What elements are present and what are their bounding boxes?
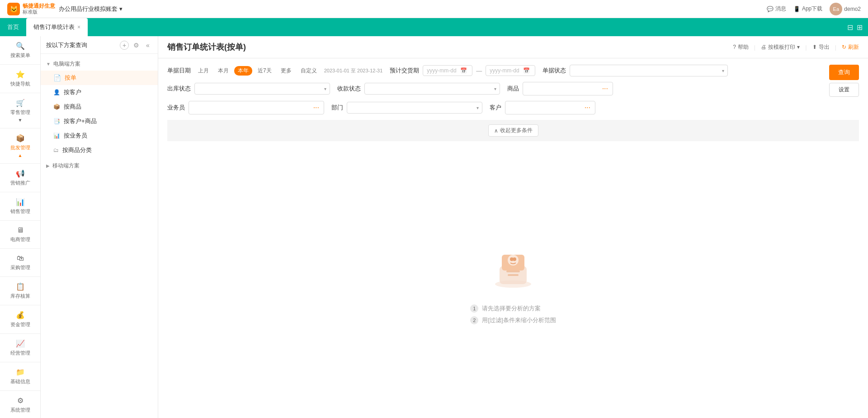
salesperson-label: 业务员 bbox=[167, 104, 185, 112]
collapse-area: ∧ 收起更多条件 bbox=[167, 120, 859, 141]
chevron-down-icon: ▾ bbox=[119, 5, 123, 12]
logo-icon: 🐱 bbox=[7, 3, 20, 15]
dept-label: 部门 bbox=[331, 104, 343, 112]
search-icon: 🔍 bbox=[16, 42, 25, 50]
customer-product-icon: 📑 bbox=[53, 118, 60, 124]
out-status-select-wrapper: ▾ bbox=[194, 83, 330, 95]
main-layout: 🔍 搜索菜单 ⭐ 快捷导航 🛒 零售管理 ▼ 📦 批发管理 ▲ 📢 营销推广 📊… bbox=[0, 36, 868, 418]
sidebar-item-basic[interactable]: 📁 基础信息 bbox=[0, 362, 40, 391]
sidebar-item-marketing[interactable]: 📢 营销推广 bbox=[0, 164, 40, 192]
scheme-section-desktop-header[interactable]: ▼ 电脑端方案 bbox=[41, 57, 158, 71]
minimize-icon[interactable]: ⊟ bbox=[847, 23, 853, 32]
page-title: 销售订单统计表(按单) bbox=[167, 42, 246, 58]
collapse-button[interactable]: ∧ 收起更多条件 bbox=[488, 124, 538, 137]
wholesale-icon: 📦 bbox=[16, 134, 25, 142]
order-icon: 📄 bbox=[53, 74, 61, 81]
scheme-item-by-customer-product[interactable]: 📑 按客户+商品 bbox=[41, 114, 158, 128]
scheme-section-mobile-header[interactable]: ▶ 移动端方案 bbox=[41, 159, 158, 172]
scheme-item-by-product[interactable]: 📦 按商品 bbox=[41, 100, 158, 114]
scheme-item-by-product-category[interactable]: 🗂 按商品分类 bbox=[41, 143, 158, 157]
predicted-date-start[interactable]: yyyy-mm-dd 📅 bbox=[423, 65, 472, 76]
top-bar-right: 💬 消息 📱 App下载 Ea demo2 bbox=[767, 3, 861, 15]
filter-item-date: 单据日期 上月 本月 本年 近7天 更多 自定义 2023-01-01 至 20… bbox=[167, 66, 382, 76]
marketing-icon: 📢 bbox=[16, 169, 25, 178]
sidebar: 🔍 搜索菜单 ⭐ 快捷导航 🛒 零售管理 ▼ 📦 批发管理 ▲ 📢 营销推广 📊… bbox=[0, 36, 41, 418]
chevron-down-icon: ▼ bbox=[46, 62, 51, 66]
filter-item-dept: 部门 ▾ bbox=[331, 102, 482, 114]
scheme-header-actions: + ⚙ « bbox=[120, 41, 152, 50]
salesperson-input[interactable]: ··· bbox=[189, 101, 324, 114]
sidebar-item-finance[interactable]: 💰 资金管理 bbox=[0, 305, 40, 334]
bill-status-select[interactable] bbox=[570, 65, 728, 76]
message-button[interactable]: 💬 消息 bbox=[767, 5, 786, 13]
predicted-date-end[interactable]: yyyy-mm-dd 📅 bbox=[486, 65, 535, 76]
chevron-up-icon: ▲ bbox=[18, 153, 23, 158]
date-btn-this-month[interactable]: 本月 bbox=[214, 66, 232, 76]
sidebar-item-ecommerce[interactable]: 🖥 电商管理 bbox=[0, 221, 40, 249]
payment-status-select[interactable] bbox=[364, 83, 500, 95]
filter-item-goods: 商品 ··· bbox=[507, 82, 613, 95]
dept-select[interactable] bbox=[347, 102, 482, 114]
out-status-select[interactable] bbox=[194, 83, 330, 95]
calendar-icon: 📅 bbox=[460, 67, 467, 74]
date-btn-this-year[interactable]: 本年 bbox=[234, 66, 252, 76]
scheme-section-mobile: ▶ 移动端方案 bbox=[41, 159, 158, 172]
sidebar-item-purchase[interactable]: 🛍 采购管理 bbox=[0, 249, 40, 277]
tab-close-icon[interactable]: × bbox=[77, 24, 80, 30]
svg-point-5 bbox=[513, 257, 516, 261]
scheme-item-by-order[interactable]: 📄 按单 bbox=[41, 71, 158, 85]
collapse-scheme-button[interactable]: « bbox=[143, 41, 152, 50]
nav-tabs: 首页 销售订单统计表 × ⊟ ⊞ bbox=[0, 18, 868, 36]
settings-button[interactable]: 设置 bbox=[829, 83, 859, 97]
empty-tip-1: 1 请先选择要分析的方案 bbox=[470, 304, 556, 313]
sidebar-item-retail[interactable]: 🛒 零售管理 ▼ bbox=[0, 93, 40, 128]
customer-label: 客户 bbox=[490, 104, 501, 112]
sidebar-item-operation[interactable]: 📈 经营管理 bbox=[0, 334, 40, 362]
filter-item-predicted-date: 预计交货期 yyyy-mm-dd 📅 — yyyy-mm-dd 📅 bbox=[390, 65, 535, 76]
bill-status-select-wrapper: ▾ bbox=[570, 65, 728, 76]
date-btn-custom[interactable]: 自定义 bbox=[297, 66, 321, 76]
add-scheme-button[interactable]: + bbox=[120, 41, 129, 50]
scheme-item-by-salesperson[interactable]: 📊 按业务员 bbox=[41, 128, 158, 143]
query-button[interactable]: 查询 bbox=[829, 65, 859, 80]
filter-item-out-status: 出库状态 ▾ bbox=[167, 83, 330, 95]
sidebar-item-search-menu[interactable]: 🔍 搜索菜单 bbox=[0, 36, 40, 65]
sidebar-item-sales[interactable]: 📊 销售管理 bbox=[0, 192, 40, 221]
maximize-icon[interactable]: ⊞ bbox=[857, 23, 863, 32]
scheme-panel: 按以下方案查询 + ⚙ « ▼ 电脑端方案 📄 按单 👤 按 bbox=[41, 36, 158, 418]
sidebar-item-inventory[interactable]: 📋 库存核算 bbox=[0, 277, 40, 305]
customer-input[interactable]: ··· bbox=[505, 101, 595, 114]
export-button[interactable]: ⬆ 导出 bbox=[812, 43, 830, 51]
svg-rect-6 bbox=[506, 271, 520, 272]
settings-scheme-button[interactable]: ⚙ bbox=[132, 41, 141, 50]
refresh-button[interactable]: ↻ 刷新 bbox=[842, 43, 859, 51]
purchase-icon: 🛍 bbox=[17, 254, 24, 262]
date-btn-7days[interactable]: 近7天 bbox=[254, 66, 275, 76]
star-icon: ⭐ bbox=[16, 70, 25, 79]
ecommerce-icon: 🖥 bbox=[17, 226, 24, 234]
goods-input[interactable]: ··· bbox=[523, 82, 613, 95]
tab-sales-order-stats[interactable]: 销售订单统计表 × bbox=[26, 18, 88, 36]
user-area[interactable]: Ea demo2 bbox=[830, 3, 861, 15]
filter-item-salesperson: 业务员 ··· bbox=[167, 101, 324, 114]
app-download-button[interactable]: 📱 App下载 bbox=[793, 5, 822, 13]
nav-tab-extra: ⊟ ⊞ bbox=[847, 23, 868, 32]
filter-item-bill-status: 单据状态 ▾ bbox=[542, 65, 728, 76]
scheme-item-by-customer[interactable]: 👤 按客户 bbox=[41, 85, 158, 100]
sidebar-item-system[interactable]: ⚙ 系统管理 bbox=[0, 391, 40, 418]
tab-home[interactable]: 首页 bbox=[0, 18, 26, 36]
date-btn-last-month[interactable]: 上月 bbox=[194, 66, 212, 76]
date-btn-more[interactable]: 更多 bbox=[277, 66, 295, 76]
content-area: 按以下方案查询 + ⚙ « ▼ 电脑端方案 📄 按单 👤 按 bbox=[41, 36, 868, 418]
template-print-button[interactable]: 🖨 按模板打印 ▾ bbox=[761, 43, 800, 51]
sidebar-item-quick-nav[interactable]: ⭐ 快捷导航 bbox=[0, 65, 40, 93]
workspace-dropdown[interactable]: 办公用品行业模拟账套 ▾ bbox=[59, 5, 123, 13]
logo-area: 🐱 畅捷通好生意 标准版 bbox=[7, 3, 55, 15]
top-bar-left: 🐱 畅捷通好生意 标准版 办公用品行业模拟账套 ▾ bbox=[7, 3, 123, 15]
date-buttons: 上月 本月 本年 近7天 更多 自定义 bbox=[194, 66, 321, 76]
more-icon: ··· bbox=[313, 104, 319, 112]
more-icon: ··· bbox=[602, 85, 608, 93]
page-header-actions: ? 帮助 | 🖨 按模板打印 ▾ | ⬆ 导出 | bbox=[733, 43, 859, 57]
sidebar-item-wholesale[interactable]: 📦 批发管理 ▲ bbox=[0, 128, 40, 164]
help-button[interactable]: ? 帮助 bbox=[733, 43, 749, 51]
